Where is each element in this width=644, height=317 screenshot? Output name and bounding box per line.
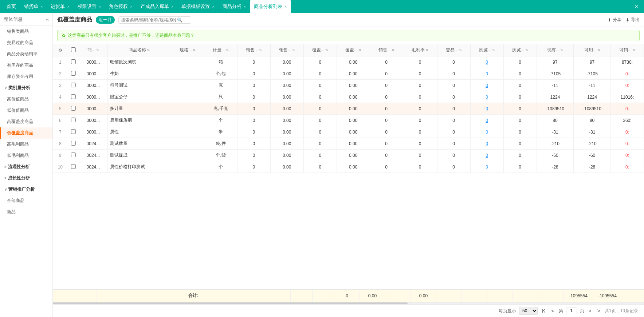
sidebar-item-high-coverage[interactable]: 高覆盖度商品	[0, 116, 52, 127]
row-checkbox[interactable]	[71, 59, 76, 64]
nav-product-in-close[interactable]: ×	[171, 4, 173, 9]
nav-role[interactable]: 角色授权 ×	[105, 0, 136, 13]
row-checkbox[interactable]	[71, 94, 76, 99]
sidebar-item-stock-fund[interactable]: 库存资金占用	[0, 71, 52, 82]
row-checkbox-cell[interactable]	[68, 138, 79, 150]
row-browse1[interactable]: 0	[470, 138, 503, 150]
nav-sales[interactable]: 销货单 ×	[20, 0, 46, 13]
row-browse1[interactable]: 0	[470, 161, 503, 173]
available-column-header[interactable]: 可用...⇅	[574, 44, 611, 56]
row-checkbox[interactable]	[71, 141, 76, 146]
row-code: 0000...	[79, 80, 107, 91]
current-column-header[interactable]: 现有...⇅	[537, 44, 574, 56]
settings-column-header[interactable]: ⚙	[53, 44, 68, 56]
nav-template-close[interactable]: ×	[212, 4, 214, 9]
name-column-header[interactable]: 商品名称⇅	[108, 44, 171, 56]
close-all-tabs[interactable]: ×	[632, 3, 641, 10]
sidebar-item-low-value[interactable]: 低价值商品	[0, 105, 52, 116]
row-browse1[interactable]: 0	[470, 126, 503, 138]
row-checkbox[interactable]	[71, 152, 76, 157]
row-browse1[interactable]: 0	[470, 80, 503, 91]
table-row: 10000...旺铺批次测试箱00.0000.000000097978730:	[53, 56, 644, 68]
cover1-column-header[interactable]: 覆盖...⇅	[303, 44, 337, 56]
row-checkbox-cell[interactable]	[68, 126, 79, 138]
first-page-btn[interactable]: K	[541, 308, 547, 314]
row-checkbox[interactable]	[71, 164, 76, 169]
page-number-input[interactable]	[566, 308, 577, 314]
row-checkbox-cell[interactable]	[68, 161, 79, 173]
sidebar-item-high-value[interactable]: 高价值商品	[0, 94, 52, 105]
share-button[interactable]: ⬆ 分享	[608, 17, 621, 23]
row-browse1[interactable]: 0	[470, 150, 503, 161]
nav-goods-analysis-list[interactable]: 商品分析列表 ×	[250, 0, 290, 13]
sidebar-group-liquidity[interactable]: > 流通性分析	[0, 161, 52, 173]
page-size-select[interactable]: 20 50 100	[519, 307, 538, 315]
row-checkbox[interactable]	[71, 129, 76, 134]
nav-role-close[interactable]: ×	[130, 4, 132, 9]
nav-goods-analysis-close[interactable]: ×	[244, 4, 246, 9]
row-checkbox-cell[interactable]	[68, 91, 79, 103]
nav-goods-analysis[interactable]: 商品分析 ×	[219, 0, 250, 13]
row-browse1[interactable]: 0	[470, 68, 503, 80]
nav-purchase[interactable]: 进货单 ×	[47, 0, 73, 13]
sidebar-item-new-goods[interactable]: 新品	[0, 206, 52, 218]
sellable-column-header[interactable]: 可销...⇅	[610, 44, 644, 56]
row-checkbox-cell[interactable]	[68, 56, 79, 68]
sales-qty-column-header[interactable]: 销售...⇅	[237, 44, 270, 56]
sidebar-item-traded-goods[interactable]: 交易过的商品	[0, 37, 52, 48]
nav-goods-analysis-list-close[interactable]: ×	[284, 4, 287, 9]
gross-column-header[interactable]: 毛利率⇅	[403, 44, 437, 56]
sidebar-item-sales-goods[interactable]: 销售类商品	[0, 26, 52, 37]
row-checkbox[interactable]	[71, 83, 76, 87]
spec-column-header[interactable]: 规格...⇅	[171, 44, 204, 56]
sidebar-item-low-coverage[interactable]: 低覆盖度商品	[0, 127, 52, 139]
select-all-checkbox[interactable]	[71, 47, 76, 52]
sidebar-item-low-profit[interactable]: 低毛利商品	[0, 150, 52, 161]
sidebar-group-marketing[interactable]: ∨ 营销推广分析	[0, 184, 52, 195]
search-input[interactable]	[121, 17, 176, 23]
row-browse1[interactable]: 0	[470, 91, 503, 103]
sales-amt-column-header[interactable]: 销售...⇅	[270, 44, 303, 56]
last-page-btn[interactable]: >	[596, 308, 602, 314]
nav-permission-close[interactable]: ×	[99, 4, 101, 9]
nav-home[interactable]: 首页	[3, 0, 20, 13]
sidebar-item-high-profit[interactable]: 高毛利商品	[0, 139, 52, 150]
nav-purchase-close[interactable]: ×	[67, 4, 69, 9]
row-browse1[interactable]: 0	[470, 56, 503, 68]
row-checkbox[interactable]	[71, 118, 76, 122]
row-checkbox[interactable]	[71, 106, 76, 111]
row-checkbox-cell[interactable]	[68, 68, 79, 80]
sidebar-item-category-rate[interactable]: 商品分类动销率	[0, 48, 52, 60]
sidebar-item-stock-goods[interactable]: 有库存的商品	[0, 60, 52, 71]
code-column-header[interactable]: 商...⇅	[79, 44, 107, 56]
export-button[interactable]: ⬇ 导出	[626, 17, 640, 23]
sidebar-group-category[interactable]: ∨ 类别量分析	[0, 82, 52, 94]
search-icon[interactable]: 🔍	[177, 17, 182, 23]
trade-column-header[interactable]: 交易...⇅	[437, 44, 470, 56]
nav-permission[interactable]: 权限设置 ×	[74, 0, 105, 13]
browse1-column-header[interactable]: 浏览...⇅	[470, 44, 503, 56]
time-filter-btn[interactable]: 近一月	[96, 16, 115, 24]
row-checkbox-cell[interactable]	[68, 115, 79, 126]
nav-template[interactable]: 单据模板设置 ×	[178, 0, 218, 13]
row-browse2: 0	[503, 161, 537, 173]
row-browse1[interactable]: 0	[470, 103, 503, 115]
sidebar-collapse-btn[interactable]: «	[46, 16, 49, 22]
row-checkbox-cell[interactable]	[68, 103, 79, 115]
row-checkbox-cell[interactable]	[68, 80, 79, 91]
row-checkbox-cell[interactable]	[68, 150, 79, 161]
prev-page-btn[interactable]: <	[550, 308, 555, 314]
row-checkbox[interactable]	[71, 71, 76, 76]
row-spec	[171, 161, 204, 173]
unit-column-header[interactable]: 计量...⇅	[204, 44, 237, 56]
nav-product-in[interactable]: 产成品入库单 ×	[137, 0, 177, 13]
next-page-btn[interactable]: >	[587, 308, 593, 314]
row-browse1[interactable]: 0	[470, 115, 503, 126]
sales3-column-header[interactable]: 销售...⇅	[370, 44, 403, 56]
cover2-column-header[interactable]: 覆盖...⇅	[337, 44, 370, 56]
browse2-column-header[interactable]: 浏览...⇅	[503, 44, 537, 56]
nav-sales-close[interactable]: ×	[40, 4, 43, 9]
data-table-wrapper: ⚙ 商...⇅ 商品名称⇅ 规格...⇅ 计量...⇅ 销售...⇅ 销售...…	[53, 44, 644, 289]
sidebar-group-growth[interactable]: > 成长性分析	[0, 173, 52, 184]
sidebar-item-all-goods[interactable]: 全部商品	[0, 195, 52, 206]
